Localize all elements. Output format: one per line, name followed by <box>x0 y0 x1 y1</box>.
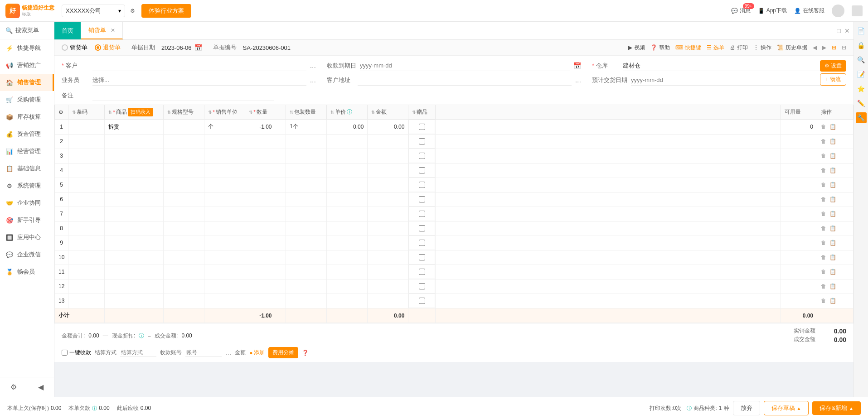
cell-product[interactable] <box>105 265 164 279</box>
cell-barcode[interactable] <box>68 178 105 192</box>
barcode-input[interactable] <box>72 124 101 130</box>
sidebar-item-apps[interactable]: 🔲 应用中心 <box>0 229 54 246</box>
delivery-date-input[interactable] <box>631 75 835 86</box>
salesperson-ellipsis[interactable]: ... <box>310 76 316 84</box>
cell-spec[interactable] <box>164 236 204 250</box>
cash-discount-info-icon[interactable]: ⓘ <box>139 332 144 340</box>
delete-row-icon[interactable]: 🗑 <box>821 269 826 275</box>
product-input[interactable] <box>108 124 160 130</box>
cell-gift[interactable] <box>408 120 435 134</box>
radio-return-order[interactable]: 退货单 <box>95 43 121 52</box>
trial-button[interactable]: 体验行业方案 <box>141 4 191 18</box>
logistics-button[interactable]: + 物流 <box>820 73 846 86</box>
account-ellipsis[interactable]: ... <box>225 349 231 357</box>
copy-row-icon[interactable]: 📋 <box>829 167 836 173</box>
cell-gift[interactable] <box>408 163 435 178</box>
gift-checkbox[interactable] <box>419 167 425 173</box>
sidebar-item-basic[interactable]: 📋 基础信息 <box>0 160 54 177</box>
product-input[interactable] <box>108 225 160 231</box>
delete-row-icon[interactable]: 🗑 <box>821 182 826 188</box>
save-draft-button[interactable]: 保存草稿 ▲ <box>764 401 809 415</box>
spec-input[interactable] <box>167 196 200 202</box>
cell-product[interactable] <box>105 178 164 192</box>
cost-split-button[interactable]: 费用分摊 <box>268 347 298 358</box>
th-product-sort[interactable]: ⇅ <box>108 110 112 115</box>
cell-barcode[interactable] <box>68 207 105 221</box>
sidebar-item-sales[interactable]: 🏠 销售管理 <box>0 74 54 91</box>
app-download-action[interactable]: 📱 App下载 <box>758 7 787 14</box>
delete-row-icon[interactable]: 🗑 <box>821 225 826 231</box>
cell-gift[interactable] <box>408 134 435 149</box>
cell-gift[interactable] <box>408 250 435 265</box>
barcode-input[interactable] <box>72 269 101 275</box>
copy-row-icon[interactable]: 📋 <box>829 240 836 246</box>
settings-button[interactable]: ⚙ 设置 <box>820 60 846 72</box>
product-type-info-icon[interactable]: ⓘ <box>687 405 692 412</box>
cell-gift[interactable] <box>408 207 435 221</box>
th-barcode-sort[interactable]: ⇅ <box>72 110 76 115</box>
cell-barcode[interactable] <box>68 279 105 294</box>
sidebar-item-finance[interactable]: 💰 资金管理 <box>0 125 54 143</box>
video-btn[interactable]: ▶ 视频 <box>628 44 645 52</box>
sidebar-item-operation[interactable]: 📊 经营管理 <box>0 143 54 160</box>
th-price-info-icon[interactable]: ⓘ <box>347 108 352 116</box>
payment-calendar-icon[interactable]: 📅 <box>573 62 581 69</box>
product-input[interactable] <box>108 254 160 260</box>
customer-input[interactable] <box>92 60 306 71</box>
gift-checkbox[interactable] <box>419 254 425 260</box>
cell-barcode[interactable] <box>68 134 105 149</box>
delete-row-icon[interactable]: 🗑 <box>821 211 826 217</box>
customer-address-input[interactable] <box>358 75 572 86</box>
copy-row-icon[interactable]: 📋 <box>829 283 836 289</box>
copy-row-icon[interactable]: 📋 <box>829 211 836 217</box>
gift-checkbox[interactable] <box>419 182 425 188</box>
barcode-input[interactable] <box>72 283 101 289</box>
cell-product[interactable] <box>105 120 164 135</box>
cell-gift[interactable] <box>408 294 435 308</box>
spec-input[interactable] <box>167 298 200 304</box>
th-unit-sort[interactable]: ⇅ <box>208 110 212 115</box>
sidebar-item-enterprise[interactable]: 🤝 企业协同 <box>0 194 54 212</box>
cell-product[interactable] <box>105 149 164 163</box>
gift-checkbox[interactable] <box>419 124 425 130</box>
right-panel-doc-icon[interactable]: 📄 <box>856 25 867 36</box>
barcode-input[interactable] <box>72 254 101 260</box>
sidebar-item-marketing[interactable]: 📢 营销推广 <box>0 57 54 74</box>
copy-row-icon[interactable]: 📋 <box>829 138 836 144</box>
user-menu-icon[interactable] <box>852 5 863 16</box>
cell-product[interactable] <box>105 294 164 308</box>
spec-input[interactable] <box>167 240 200 246</box>
barcode-input[interactable] <box>72 196 101 202</box>
cell-gift[interactable] <box>408 221 435 236</box>
spec-input[interactable] <box>167 254 200 260</box>
sidebar-item-purchase[interactable]: 🛒 采购管理 <box>0 91 54 108</box>
th-qty-sort[interactable]: ⇅ <box>249 110 252 115</box>
tab-maximize-icon[interactable]: □ <box>837 27 841 34</box>
copy-row-icon[interactable]: 📋 <box>829 182 836 188</box>
delete-row-icon[interactable]: 🗑 <box>821 240 826 246</box>
delete-row-icon[interactable]: 🗑 <box>821 254 826 260</box>
sidebar-item-wechat[interactable]: 💬 企业微信 <box>0 246 54 263</box>
th-spec-sort[interactable]: ⇅ <box>167 110 171 115</box>
cell-barcode[interactable] <box>68 192 105 207</box>
barcode-input[interactable] <box>72 298 101 304</box>
cell-gift[interactable] <box>408 192 435 207</box>
product-input[interactable] <box>108 298 160 304</box>
gift-checkbox[interactable] <box>419 225 425 231</box>
cell-barcode[interactable] <box>68 294 105 308</box>
th-gift-sort[interactable]: ⇅ <box>412 110 416 115</box>
copy-row-icon[interactable]: 📋 <box>829 225 836 231</box>
cell-spec[interactable] <box>164 134 204 149</box>
cell-barcode[interactable] <box>68 236 105 250</box>
delete-row-icon[interactable]: 🗑 <box>821 138 826 144</box>
product-input[interactable] <box>108 211 160 217</box>
tab-close-icon[interactable]: ✕ <box>111 27 115 34</box>
product-input[interactable] <box>108 269 160 275</box>
product-input[interactable] <box>108 167 160 173</box>
remark-input[interactable] <box>92 90 274 101</box>
cell-barcode[interactable] <box>68 149 105 163</box>
message-action[interactable]: 💬 消息 99+ <box>731 7 751 14</box>
barcode-input[interactable] <box>72 225 101 231</box>
cell-spec[interactable] <box>164 178 204 192</box>
barcode-input[interactable] <box>72 182 101 188</box>
